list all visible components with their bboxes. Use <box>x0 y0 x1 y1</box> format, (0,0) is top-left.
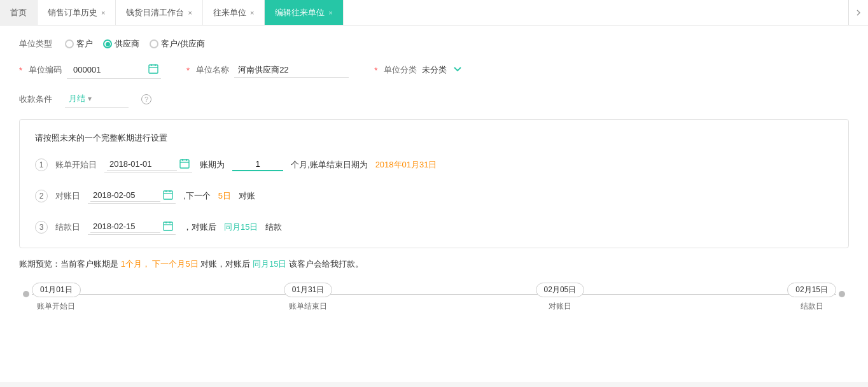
unit-code-input[interactable] <box>69 62 146 77</box>
tab-cash-work-close[interactable]: × <box>188 9 192 17</box>
payment-label: 收款条件 <box>19 94 52 105</box>
tab-sales-history-close[interactable]: × <box>101 9 105 17</box>
unit-code-picker-icon[interactable] <box>148 64 158 76</box>
step-3-date-input[interactable] <box>90 220 160 233</box>
tab-cash-work-label: 钱货日清工作台 <box>126 7 184 18</box>
step-3-desc-suffix: 结款 <box>265 222 282 233</box>
radio-customer-label: 客户 <box>76 38 93 50</box>
tab-partner[interactable]: 往来单位 × <box>203 0 265 25</box>
step-1-period-label: 账期为 <box>200 159 225 171</box>
step-2-date-wrap <box>88 188 176 204</box>
step-1-row: 1 账单开始日 账期为 个月,账单结束日期为 2018年01月31日 <box>35 157 833 172</box>
step-3-highlight: 同月15日 <box>224 222 258 233</box>
timeline-start-dot <box>23 291 29 297</box>
preview-p1: 1个月， <box>121 259 150 269</box>
timeline-badge-4: 02月15日 <box>787 283 836 297</box>
unit-name-label: 单位名称 <box>196 64 229 76</box>
timeline-label-3: 对账日 <box>549 301 571 312</box>
payment-help-icon[interactable]: ? <box>141 94 151 104</box>
tab-sales-history[interactable]: 销售订单历史 × <box>38 0 116 25</box>
unit-type-row: 单位类型 客户 供应商 客户/供应商 <box>19 38 849 50</box>
svg-rect-0 <box>149 65 158 73</box>
tab-edit-partner-label: 编辑往来单位 <box>275 7 325 18</box>
unit-category-star: * <box>374 66 377 75</box>
step-1-num: 1 <box>35 158 48 171</box>
step-1-label: 账单开始日 <box>55 159 97 171</box>
step-1-date-wrap <box>104 157 192 172</box>
timeline-items: 01月01日 账单开始日 01月31日 账单结束日 02月05日 对账日 02月… <box>32 283 836 312</box>
timeline-item-1: 01月01日 账单开始日 <box>32 283 81 312</box>
unit-code-star: * <box>19 66 22 75</box>
preview-mid: 对账，对账后 <box>200 259 250 269</box>
preview-label: 账期预览：当前客户账期是 <box>19 259 118 269</box>
step-2-label: 对账日 <box>55 190 80 202</box>
radio-customer-circle <box>65 39 74 48</box>
unit-type-radio-group: 客户 供应商 客户/供应商 <box>65 38 205 50</box>
step-3-calendar-icon[interactable] <box>163 221 173 233</box>
radio-both-label: 客户/供应商 <box>161 38 205 50</box>
tab-home[interactable]: 首页 <box>0 0 38 25</box>
section-title: 请按照未来的一个完整帐期进行设置 <box>35 132 833 144</box>
main-content: 单位类型 客户 供应商 客户/供应商 * 单位编码 <box>0 25 868 382</box>
step-1-end-date: 2018年01月31日 <box>375 159 437 171</box>
step-2-desc-suffix: 对账 <box>239 190 255 202</box>
radio-customer[interactable]: 客户 <box>65 38 93 50</box>
unit-code-group: * 单位编码 <box>19 61 161 79</box>
preview-p3: 同月15日 <box>253 259 286 269</box>
unit-category-label: 单位分类 <box>384 64 417 76</box>
tab-partner-label: 往来单位 <box>213 7 246 18</box>
unit-category-group: * 单位分类 未分类 <box>374 63 463 77</box>
timeline-item-3: 02月05日 对账日 <box>536 283 585 312</box>
unit-category-value: 未分类 <box>422 64 447 76</box>
step-1-period-unit: 个月,账单结束日期为 <box>291 159 368 171</box>
tab-edit-partner-close[interactable]: × <box>328 9 332 17</box>
step-3-date-wrap <box>88 219 176 235</box>
payment-select[interactable]: 月结 ▾ <box>65 90 129 108</box>
unit-name-input[interactable] <box>234 62 349 78</box>
step-1-calendar-icon[interactable] <box>179 158 190 171</box>
unit-type-label: 单位类型 <box>19 38 52 50</box>
step-3-label: 结款日 <box>55 222 80 233</box>
timeline-label-2: 账单结束日 <box>289 301 327 312</box>
tab-partner-close[interactable]: × <box>250 9 254 17</box>
step-1-period-input[interactable] <box>232 158 283 171</box>
radio-supplier[interactable]: 供应商 <box>103 38 139 50</box>
unit-info-row: * 单位编码 * 单位名称 * <box>19 61 849 79</box>
timeline-container: 01月01日 账单开始日 01月31日 账单结束日 02月05日 对账日 02月… <box>19 283 849 312</box>
step-2-date-input[interactable] <box>90 189 160 202</box>
tab-edit-partner[interactable]: 编辑往来单位 × <box>265 0 343 25</box>
unit-category-select[interactable]: 未分类 <box>422 63 463 77</box>
tab-overflow-arrow[interactable] <box>848 0 868 25</box>
tab-bar: 首页 销售订单历史 × 钱货日清工作台 × 往来单位 × 编辑往来单位 × <box>0 0 868 25</box>
period-section: 请按照未来的一个完整帐期进行设置 1 账单开始日 账期为 个月,账单结束日期为 <box>19 119 849 248</box>
unit-code-input-wrap <box>67 61 161 79</box>
unit-name-star: * <box>186 66 190 75</box>
tab-cash-work[interactable]: 钱货日清工作台 × <box>116 0 202 25</box>
category-dropdown-icon[interactable] <box>452 63 463 77</box>
radio-supplier-label: 供应商 <box>115 38 139 50</box>
timeline-badge-3: 02月05日 <box>536 283 585 297</box>
preview-text: 账期预览：当前客户账期是 1个月， 下一个月5日 对账，对账后 同月15日 该客… <box>19 258 849 270</box>
timeline-badge-2: 01月31日 <box>284 283 333 297</box>
step-2-row: 2 对账日 ,下一个 5日 对账 <box>35 188 833 204</box>
timeline-end-dot <box>839 291 845 297</box>
step-2-num: 2 <box>35 190 48 202</box>
step-1-date-input[interactable] <box>107 158 177 171</box>
step-2-calendar-icon[interactable] <box>163 190 173 202</box>
preview-end: 该客户会给我打款。 <box>289 259 363 269</box>
step-2-desc-prefix: ,下一个 <box>183 190 211 202</box>
timeline-label-4: 结款日 <box>801 301 823 312</box>
svg-rect-12 <box>164 222 172 230</box>
unit-code-label: 单位编码 <box>29 64 62 76</box>
step-3-row: 3 结款日 ，对账后 同月15日 结款 <box>35 219 833 235</box>
radio-both-circle <box>150 39 158 48</box>
svg-rect-4 <box>180 160 189 168</box>
svg-rect-8 <box>164 191 172 199</box>
radio-both[interactable]: 客户/供应商 <box>150 38 205 50</box>
step-2-highlight: 5日 <box>218 190 231 202</box>
payment-value: 月结 <box>69 93 85 104</box>
timeline-badge-1: 01月01日 <box>32 283 81 297</box>
timeline-item-2: 01月31日 账单结束日 <box>284 283 333 312</box>
tab-sales-history-label: 销售订单历史 <box>48 7 97 18</box>
timeline-item-4: 02月15日 结款日 <box>787 283 836 312</box>
